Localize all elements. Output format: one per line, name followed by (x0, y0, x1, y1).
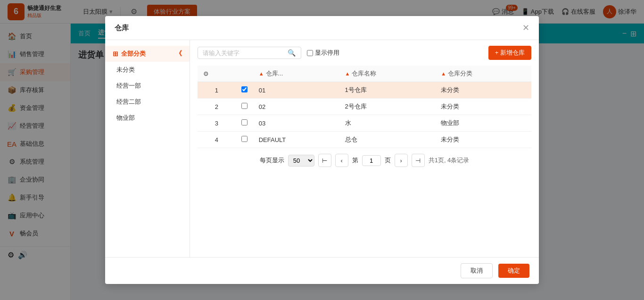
row-checkbox[interactable] (241, 136, 248, 142)
cancel-button[interactable]: 取消 (461, 263, 493, 278)
grid-icon: ⊞ (113, 50, 118, 58)
table-row[interactable]: 4 DEFAULT 总仓 未分类 (198, 132, 531, 148)
name-col-header: ▲ 仓库名称 (339, 66, 436, 82)
show-disabled-toggle[interactable]: 显示停用 (307, 49, 339, 57)
category-item-ops1[interactable]: 经营一部 (105, 78, 190, 94)
settings-col-header: ⚙ (198, 66, 236, 82)
total-info: 共1页, 4条记录 (429, 156, 470, 165)
category-item-ops2[interactable]: 经营二部 (105, 94, 190, 110)
modal-overlay: 仓库 ✕ ⊞ 全部分类 《 未分类 经营一部 经营二部 物业部 (0, 0, 644, 300)
category-item-property[interactable]: 物业部 (105, 110, 190, 126)
table-body: 1 01 1号仓库 未分类 2 02 2号仓库 未分类 3 03 水 物业部 4… (198, 82, 531, 148)
pagination: 每页显示 102050100 ⊢ ‹ 第 页 › ⊣ 共1页, 4条记录 (198, 154, 531, 167)
table-header-row: ⚙ ▲ 仓库... ▲ 仓库名称 (198, 66, 531, 82)
per-page-label: 每页显示 (260, 156, 284, 165)
row-category: 未分类 (435, 99, 531, 115)
table-row[interactable]: 1 01 1号仓库 未分类 (198, 82, 531, 99)
row-name: 总仓 (339, 132, 436, 148)
modal-close-button[interactable]: ✕ (522, 23, 529, 33)
table-toolbar: 🔍 显示停用 + 新增仓库 (198, 46, 531, 60)
row-name: 水 (339, 115, 436, 132)
prev-page-button[interactable]: ‹ (335, 154, 348, 167)
row-checkbox-cell (236, 115, 253, 132)
add-warehouse-button[interactable]: + 新增仓库 (488, 46, 531, 60)
sort-icon-cat: ▲ (441, 71, 446, 76)
warehouse-table: ⚙ ▲ 仓库... ▲ 仓库名称 (198, 66, 531, 148)
row-code: 03 (253, 115, 339, 132)
modal-title: 仓库 (115, 24, 129, 33)
warehouse-modal: 仓库 ✕ ⊞ 全部分类 《 未分类 经营一部 经营二部 物业部 (105, 16, 539, 284)
modal-header: 仓库 ✕ (105, 16, 539, 40)
row-category: 未分类 (435, 82, 531, 99)
search-box: 🔍 (198, 47, 301, 59)
all-categories-label: 全部分类 (121, 50, 146, 58)
search-input[interactable] (203, 50, 288, 57)
sort-icon-code: ▲ (259, 71, 264, 76)
row-category: 未分类 (435, 132, 531, 148)
category-col-header: ▲ 仓库分类 (435, 66, 531, 82)
first-page-button[interactable]: ⊢ (318, 154, 331, 167)
row-checkbox[interactable] (241, 86, 248, 92)
page-number-input[interactable] (362, 155, 381, 166)
page-label: 第 (352, 156, 358, 165)
name-col-label: 仓库名称 (352, 69, 376, 78)
row-category: 物业部 (435, 115, 531, 132)
show-disabled-checkbox[interactable] (307, 50, 313, 56)
code-col-label: 仓库... (266, 69, 283, 78)
row-checkbox-cell (236, 132, 253, 148)
table-row[interactable]: 3 03 水 物业部 (198, 115, 531, 132)
collapse-icon[interactable]: 《 (175, 50, 182, 58)
page-suffix: 页 (385, 156, 391, 165)
code-col-header: ▲ 仓库... (253, 66, 339, 82)
row-num: 2 (198, 99, 236, 115)
row-num: 3 (198, 115, 236, 132)
sort-icon-name: ▲ (345, 71, 350, 76)
modal-body: ⊞ 全部分类 《 未分类 经营一部 经营二部 物业部 🔍 (105, 40, 539, 257)
row-name: 1号仓库 (339, 82, 436, 99)
table-area: 🔍 显示停用 + 新增仓库 ⚙ (190, 40, 539, 257)
row-code: 02 (253, 99, 339, 115)
row-name: 2号仓库 (339, 99, 436, 115)
table-row[interactable]: 2 02 2号仓库 未分类 (198, 99, 531, 115)
row-code: 01 (253, 82, 339, 99)
category-item-unclassified[interactable]: 未分类 (105, 62, 190, 78)
modal-footer: 取消 确定 (105, 257, 539, 284)
confirm-button[interactable]: 确定 (498, 264, 529, 278)
search-icon[interactable]: 🔍 (288, 49, 296, 57)
last-page-button[interactable]: ⊣ (412, 154, 425, 167)
all-categories-item[interactable]: ⊞ 全部分类 《 (105, 46, 190, 62)
next-page-button[interactable]: › (395, 154, 408, 167)
category-sidebar: ⊞ 全部分类 《 未分类 经营一部 经营二部 物业部 (105, 40, 190, 257)
row-code: DEFAULT (253, 132, 339, 148)
category-col-label: 仓库分类 (448, 69, 472, 78)
per-page-select[interactable]: 102050100 (288, 155, 314, 167)
row-num: 1 (198, 82, 236, 99)
row-checkbox-cell (236, 82, 253, 99)
checkbox-col-header (236, 66, 253, 82)
show-disabled-label: 显示停用 (315, 49, 339, 57)
row-checkbox-cell (236, 99, 253, 115)
row-checkbox[interactable] (241, 103, 248, 109)
row-num: 4 (198, 132, 236, 148)
row-checkbox[interactable] (241, 119, 248, 125)
